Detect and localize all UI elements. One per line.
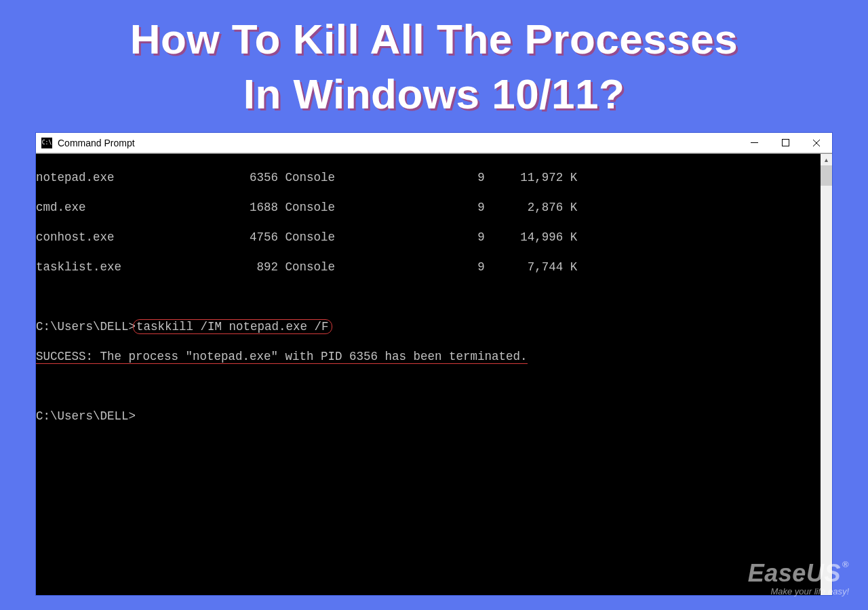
process-row: conhost.exe 4756 Console 9 14,996 K bbox=[36, 230, 821, 245]
svg-rect-1 bbox=[782, 140, 789, 146]
cmd-icon: C:\ bbox=[41, 138, 52, 148]
process-row: tasklist.exe 892 Console 9 7,744 K bbox=[36, 260, 821, 274]
minimize-button[interactable] bbox=[738, 133, 770, 152]
maximize-button[interactable] bbox=[770, 133, 801, 152]
maximize-icon bbox=[782, 139, 789, 146]
scrollbar[interactable]: ▴ bbox=[821, 154, 832, 595]
blank-line bbox=[36, 289, 821, 304]
scroll-thumb[interactable] bbox=[821, 165, 832, 186]
process-row: notepad.exe 6356 Console 9 11,972 K bbox=[36, 170, 821, 185]
headline-line2: In Windows 10/11? bbox=[0, 67, 868, 122]
window-title: Command Prompt bbox=[58, 138, 135, 148]
success-line: SUCCESS: The process "notepad.exe" with … bbox=[36, 349, 821, 364]
console-body[interactable]: notepad.exe 6356 Console 9 11,972 K cmd.… bbox=[36, 153, 832, 595]
command-prompt-window: C:\ Command Prompt notepad.exe 6356 Cons… bbox=[35, 132, 833, 596]
prompt-line: C:\Users\DELL> bbox=[36, 409, 821, 424]
scroll-up-button[interactable]: ▴ bbox=[821, 154, 832, 165]
process-row: cmd.exe 1688 Console 9 2,876 K bbox=[36, 200, 821, 215]
close-button[interactable] bbox=[801, 133, 832, 152]
command-highlight: taskkill /IM notepad.exe /F bbox=[133, 319, 332, 334]
minimize-icon bbox=[751, 139, 758, 146]
watermark-brand: EaseUS® bbox=[748, 559, 849, 588]
close-icon bbox=[812, 139, 821, 147]
watermark: EaseUS® Make your life easy! bbox=[748, 559, 849, 596]
blank-line bbox=[36, 379, 821, 394]
console-output: notepad.exe 6356 Console 9 11,972 K cmd.… bbox=[36, 154, 821, 595]
page-headline: How To Kill All The Processes In Windows… bbox=[0, 0, 868, 121]
window-controls bbox=[738, 133, 832, 152]
watermark-tagline: Make your life easy! bbox=[748, 586, 849, 596]
titlebar[interactable]: C:\ Command Prompt bbox=[36, 133, 832, 153]
command-line: C:\Users\DELL>taskkill /IM notepad.exe /… bbox=[36, 319, 821, 334]
headline-line1: How To Kill All The Processes bbox=[0, 12, 868, 67]
